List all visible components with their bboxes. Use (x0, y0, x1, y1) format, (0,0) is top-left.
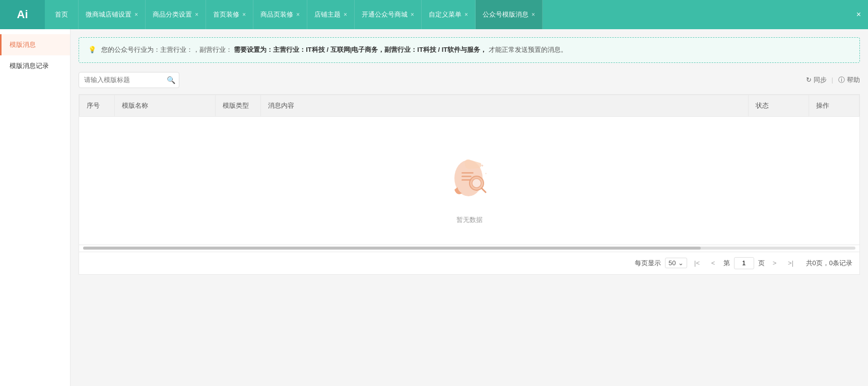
search-input[interactable] (79, 72, 179, 88)
close-product-decoration-icon[interactable]: × (296, 11, 300, 18)
page-suffix-label: 页 (758, 259, 765, 268)
search-input-wrapper: 🔍 (79, 72, 179, 88)
sidebar-item-template-message-label: 模版消息 (10, 41, 36, 48)
svg-rect-2 (461, 176, 472, 177)
close-custom-menu-icon[interactable]: × (464, 11, 468, 18)
next-page-button[interactable]: > (769, 257, 781, 269)
page-prefix-label: 第 (723, 259, 730, 268)
svg-text:✦: ✦ (481, 164, 484, 168)
close-shop-theme-icon[interactable]: × (344, 11, 347, 18)
sidebar: 模版消息 模版消息记录 (0, 29, 71, 386)
tab-template-msg-label: 公众号模版消息 (483, 10, 528, 19)
toolbar-divider: | (832, 76, 833, 84)
col-name: 模版名称 (115, 95, 216, 116)
page-size-label: 每页显示 (635, 259, 661, 268)
pagination: 每页显示 50 ⌄ |< < 第 页 > >| 共0页，0条记录 (79, 252, 859, 274)
tab-product-category-label: 商品分类设置 (153, 10, 192, 19)
empty-illustration: ✦ ✦ (439, 147, 500, 207)
content-area: 💡 您的公众号行业为：主营行业：，副营行业： 需要设置为：主营行业：IT科技 /… (71, 29, 868, 386)
notice-suffix: 才能正常发送预置的消息。 (489, 46, 567, 53)
close-template-msg-icon[interactable]: × (531, 11, 535, 18)
svg-text:✦: ✦ (485, 172, 487, 175)
help-icon: ⓘ (838, 75, 845, 85)
svg-point-5 (472, 179, 481, 188)
close-open-mall-icon[interactable]: × (411, 11, 414, 18)
tab-wechat-shop-label: 微商城店铺设置 (86, 10, 131, 19)
notice-highlight: 需要设置为：主营行业：IT科技 / 互联网|电子商务，副营行业：IT科技 / I… (234, 46, 487, 53)
empty-state: ✦ ✦ 暂无数据 (79, 117, 859, 245)
tab-open-mall[interactable]: 开通公众号商城 × (355, 0, 422, 29)
scrollbar-thumb[interactable] (83, 247, 701, 250)
brand-logo: Ai (0, 0, 45, 29)
notice-prefix: 您的公众号行业为：主营行业：，副营行业： (101, 46, 232, 53)
col-type: 模版类型 (216, 95, 261, 116)
help-button[interactable]: ⓘ 帮助 (838, 75, 860, 85)
empty-text: 暂无数据 (456, 215, 483, 224)
tab-wechat-shop[interactable]: 微商城店铺设置 × (79, 0, 146, 29)
tab-template-msg[interactable]: 公众号模版消息 × (476, 0, 543, 29)
page-size-select[interactable]: 50 ⌄ (665, 258, 687, 268)
nav-tabs: 首页 微商城店铺设置 × 商品分类设置 × 首页装修 × 商品页装修 × 店铺主… (45, 0, 849, 29)
notice-box: 💡 您的公众号行业为：主营行业：，副营行业： 需要设置为：主营行业：IT科技 /… (79, 37, 860, 63)
tab-product-category[interactable]: 商品分类设置 × (146, 0, 206, 29)
tab-home-label: 首页 (55, 10, 68, 19)
tab-home-decoration-label: 首页装修 (213, 10, 239, 19)
scrollbar-track[interactable] (83, 247, 855, 250)
chevron-down-icon: ⌄ (678, 259, 684, 267)
svg-rect-1 (461, 172, 474, 174)
table-wrapper: 序号 模版名称 模版类型 消息内容 状态 操作 (79, 94, 860, 275)
last-page-button[interactable]: >| (785, 257, 797, 269)
toolbar-right: ↻ 同步 | ⓘ 帮助 (806, 75, 860, 85)
sync-icon: ↻ (806, 76, 812, 84)
close-home-decoration-icon[interactable]: × (242, 11, 246, 18)
tab-product-decoration-label: 商品页装修 (260, 10, 293, 19)
tab-custom-menu-label: 自定义菜单 (429, 10, 461, 19)
close-all-button[interactable]: × (849, 10, 868, 19)
tab-product-decoration[interactable]: 商品页装修 × (253, 0, 307, 29)
col-seq: 序号 (80, 95, 115, 116)
svg-line-6 (482, 188, 486, 192)
tab-open-mall-label: 开通公众号商城 (362, 10, 408, 19)
page-number-input[interactable] (734, 257, 754, 269)
tab-custom-menu[interactable]: 自定义菜单 × (422, 0, 476, 29)
sync-button[interactable]: ↻ 同步 (806, 75, 827, 85)
data-table: 序号 模版名称 模版类型 消息内容 状态 操作 (79, 95, 859, 117)
notice-icon: 💡 (88, 46, 96, 53)
close-product-category-icon[interactable]: × (195, 11, 198, 18)
tab-home[interactable]: 首页 (45, 0, 79, 29)
help-label: 帮助 (847, 75, 860, 85)
prev-page-button[interactable]: < (707, 257, 719, 269)
close-wechat-shop-icon[interactable]: × (135, 11, 138, 18)
tab-shop-theme[interactable]: 店铺主题 × (307, 0, 355, 29)
tab-shop-theme-label: 店铺主题 (314, 10, 341, 19)
col-content: 消息内容 (261, 95, 749, 116)
search-bar: 🔍 ↻ 同步 | ⓘ 帮助 (79, 72, 860, 88)
first-page-button[interactable]: |< (691, 257, 703, 269)
scrollbar-area[interactable] (79, 245, 859, 252)
total-info: 共0页，0条记录 (806, 259, 852, 268)
sidebar-item-template-record-label: 模版消息记录 (10, 62, 49, 69)
page-size-value: 50 (669, 259, 676, 267)
table-header-row: 序号 模版名称 模版类型 消息内容 状态 操作 (80, 95, 859, 116)
tab-home-decoration[interactable]: 首页装修 × (206, 0, 253, 29)
search-icon[interactable]: 🔍 (167, 76, 175, 84)
col-action: 操作 (809, 95, 859, 116)
sidebar-item-template-record[interactable]: 模版消息记录 (0, 55, 70, 76)
col-status: 状态 (749, 95, 809, 116)
top-navigation: Ai 首页 微商城店铺设置 × 商品分类设置 × 首页装修 × 商品页装修 × … (0, 0, 868, 29)
sync-label: 同步 (814, 75, 827, 85)
sidebar-item-template-message[interactable]: 模版消息 (0, 34, 70, 55)
main-layout: 模版消息 模版消息记录 💡 您的公众号行业为：主营行业：，副营行业： 需要设置为… (0, 29, 868, 386)
